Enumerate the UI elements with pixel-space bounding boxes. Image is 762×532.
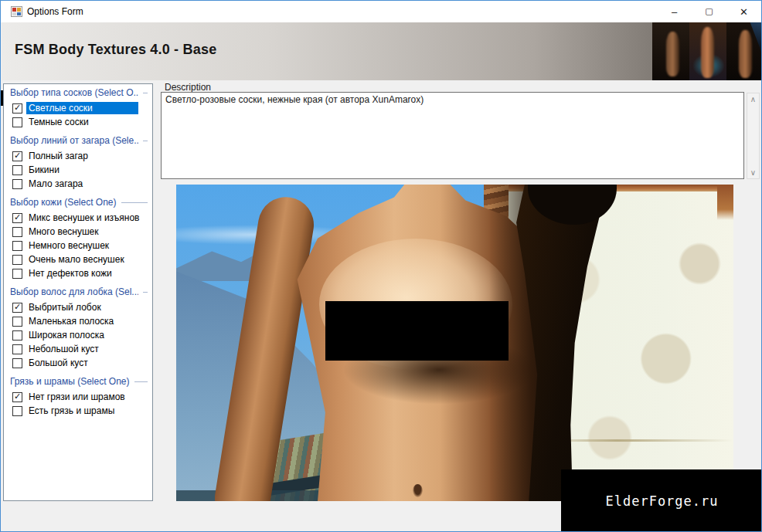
option-group-3: Выбор волос для лобка (Sel... ✓ Выбритый…: [7, 286, 149, 370]
option-row[interactable]: Мало загара: [7, 177, 149, 191]
close-icon: ✕: [740, 6, 748, 18]
option-row[interactable]: Бикини: [7, 163, 149, 177]
checkbox[interactable]: [12, 344, 22, 354]
module-title: FSM Body Textures 4.0 - Base: [15, 42, 216, 58]
option-label[interactable]: Очень мало веснушек: [26, 253, 127, 266]
option-label[interactable]: Есть грязь и шрамы: [26, 405, 117, 417]
description-group-label: Description: [165, 82, 211, 93]
option-row[interactable]: Маленькая полоска: [7, 314, 149, 328]
scroll-up-button[interactable]: ∧: [747, 93, 759, 105]
winforms-app-icon: [11, 6, 22, 17]
options-panel: Выбор типа сосков (Select O... ✓ Светлые…: [3, 83, 153, 501]
check-icon: ✓: [14, 151, 21, 160]
option-row[interactable]: Много веснушек: [7, 225, 149, 239]
group-separator-line: [143, 292, 148, 293]
option-label[interactable]: Мало загара: [26, 178, 85, 190]
option-group-1: Выбор линий от загара (Sele... ✓ Полный …: [7, 135, 149, 191]
option-row[interactable]: ✓ Выбритый лобок: [7, 300, 149, 314]
checkbox[interactable]: [12, 117, 22, 127]
option-row[interactable]: Широкая полоска: [7, 328, 149, 342]
option-group-label: Выбор кожи (Select One): [10, 197, 117, 208]
checkbox[interactable]: ✓: [12, 392, 22, 402]
window-controls: – ▢ ✕: [657, 1, 761, 22]
group-separator-line: [121, 202, 148, 203]
option-label[interactable]: Маленькая полоска: [26, 315, 116, 327]
checkbox[interactable]: [12, 179, 22, 189]
checkbox[interactable]: [12, 406, 22, 416]
checkbox[interactable]: [12, 317, 22, 327]
option-label[interactable]: Выбритый лобок: [26, 301, 104, 313]
checkbox[interactable]: ✓: [12, 303, 22, 313]
checkbox[interactable]: ✓: [12, 103, 22, 114]
option-label[interactable]: Полный загар: [26, 150, 90, 162]
option-group-heading: Выбор волос для лобка (Sel...: [10, 286, 148, 297]
option-label[interactable]: Большой куст: [26, 357, 90, 369]
option-row[interactable]: Нет дефектов кожи: [7, 266, 149, 280]
option-group-0: Выбор типа сосков (Select O... ✓ Светлые…: [7, 87, 149, 129]
option-label[interactable]: Микс веснушек и изъянов: [26, 212, 142, 224]
option-group-label: Выбор типа сосков (Select O...: [10, 87, 138, 98]
scroll-down-button[interactable]: ∨: [747, 167, 759, 178]
preview-wall-rust: [717, 185, 733, 220]
option-row[interactable]: Очень мало веснушек: [7, 252, 149, 266]
checkbox[interactable]: [12, 358, 22, 368]
checkbox[interactable]: [12, 227, 22, 237]
checkbox[interactable]: [12, 269, 22, 279]
check-icon: ✓: [14, 391, 21, 401]
check-icon: ✓: [14, 103, 21, 112]
option-label[interactable]: Нет грязи или шрамов: [26, 391, 128, 403]
option-label[interactable]: Темные соски: [26, 116, 91, 128]
option-label[interactable]: Немного веснушек: [26, 239, 111, 252]
option-group-items: ✓ Выбритый лобок Маленькая полоска Широк…: [7, 300, 149, 370]
option-group-items: ✓ Микс веснушек и изъянов Много веснушек…: [7, 211, 149, 280]
option-group-2: Выбор кожи (Select One) ✓ Микс веснушек …: [7, 197, 149, 280]
checkbox[interactable]: [12, 241, 22, 251]
checkbox[interactable]: [12, 330, 22, 341]
option-label[interactable]: Светлые соски: [26, 102, 138, 114]
option-row[interactable]: ✓ Светлые соски: [7, 101, 149, 115]
option-row[interactable]: Небольшой куст: [7, 342, 149, 356]
option-group-label: Грязь и шрамы (Select One): [10, 376, 130, 387]
description-scrollbar[interactable]: ∧ ∨: [747, 93, 760, 179]
watermark-overlay: ElderForge.ru: [561, 469, 762, 532]
option-group-items: ✓ Нет грязи или шрамов Есть грязь и шрам…: [7, 390, 149, 418]
banner-figure-silhouette: [701, 27, 714, 78]
option-row[interactable]: Немного веснушек: [7, 239, 149, 252]
checkbox[interactable]: ✓: [12, 151, 22, 161]
option-row[interactable]: ✓ Нет грязи или шрамов: [7, 390, 149, 404]
option-label[interactable]: Широкая полоска: [26, 329, 107, 341]
options-form-window: Options Form – ▢ ✕ FSM Body Textures 4.0…: [0, 0, 762, 532]
option-label[interactable]: Много веснушек: [26, 225, 101, 238]
option-row[interactable]: Темные соски: [7, 115, 149, 129]
chevron-down-icon: ∨: [750, 168, 756, 177]
maximize-button[interactable]: ▢: [692, 1, 726, 22]
option-group-heading: Выбор кожи (Select One): [10, 197, 148, 208]
option-row[interactable]: ✓ Микс веснушек и изъянов: [7, 211, 149, 225]
option-label[interactable]: Небольшой куст: [26, 343, 101, 355]
option-row[interactable]: ✓ Полный загар: [7, 149, 149, 163]
titlebar[interactable]: Options Form – ▢ ✕: [1, 1, 761, 22]
watermark-text: ElderForge.ru: [605, 493, 718, 509]
censor-bar: [325, 301, 509, 361]
module-header: FSM Body Textures 4.0 - Base: [2, 22, 762, 80]
group-separator-line: [143, 93, 148, 93]
module-banner-image: [652, 22, 762, 80]
checkbox[interactable]: [12, 165, 22, 175]
description-textbox[interactable]: Светло-розовые соски, нежные края (от ав…: [161, 92, 744, 179]
close-button[interactable]: ✕: [726, 1, 761, 22]
minimize-icon: –: [672, 6, 677, 18]
preview-image: [176, 185, 733, 501]
option-group-label: Выбор линий от загара (Sele...: [10, 135, 138, 146]
checkbox[interactable]: [12, 255, 22, 265]
preview-figure-navel: [413, 484, 423, 497]
option-label[interactable]: Нет дефектов кожи: [26, 267, 114, 280]
option-group-items: ✓ Светлые соски Темные соски: [7, 101, 149, 129]
option-label[interactable]: Бикини: [26, 164, 62, 176]
option-group-heading: Выбор линий от загара (Sele...: [10, 135, 148, 146]
group-separator-line: [134, 381, 148, 382]
group-separator-line: [143, 141, 148, 141]
option-row[interactable]: Большой куст: [7, 356, 149, 370]
option-row[interactable]: Есть грязь и шрамы: [7, 404, 149, 418]
minimize-button[interactable]: –: [657, 1, 692, 22]
checkbox[interactable]: ✓: [12, 213, 22, 223]
